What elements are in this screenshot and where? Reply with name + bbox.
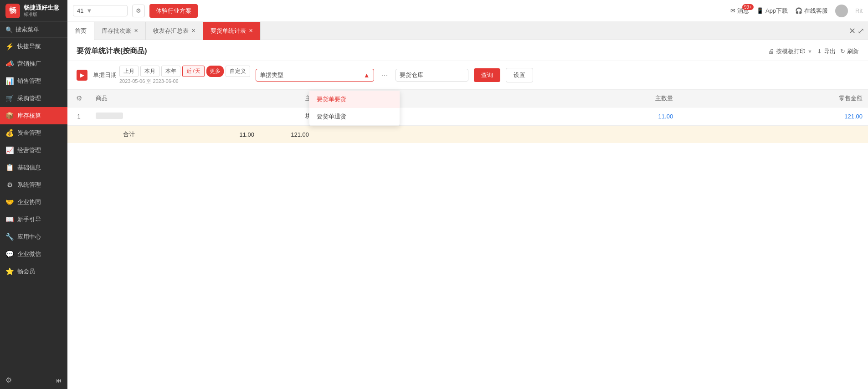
sidebar-item-operations[interactable]: 📈 经营管理 [0,142,67,159]
sidebar-item-label: 快捷导航 [17,42,41,51]
tab-inventory-batch[interactable]: 库存批次账 ✕ [94,22,146,40]
sidebar-item-label: 经营管理 [17,146,41,154]
sidebar-item-purchase[interactable]: 🛒 采购管理 [0,90,67,107]
search-icon: 🔍 [5,26,13,33]
sidebar-item-inventory[interactable]: 📦 库存核算 [0,107,67,124]
member-icon: ⭐ [5,267,14,276]
tab-order-stats[interactable]: 要货单统计表 ✕ [203,22,261,40]
sidebar-item-member[interactable]: ⭐ 畅会员 [0,263,67,280]
tab-label: 要货单统计表 [211,27,246,35]
sidebar-item-app-center[interactable]: 🔧 应用中心 [0,228,67,246]
type-dropdown-menu: 要货单要货 要货单退货 [309,90,400,126]
amount-value[interactable]: 121.00 [844,113,863,120]
tab-home[interactable]: 首页 [67,22,94,40]
row-amount: 121.00 [678,107,868,125]
online-service-icon: 🎧 [795,7,802,14]
company-selector[interactable]: 41 ▼ [73,5,128,16]
sidebar-item-wechat[interactable]: 💬 企业微信 [0,246,67,263]
sidebar-item-guide[interactable]: 📖 新手引导 [0,211,67,228]
sidebar-item-system[interactable]: ⚙ 系统管理 [0,176,67,194]
filter-bar: ▶ 单据日期 上月 本月 本年 近7天 更多 自定义 2023-05-06 至 … [67,61,868,90]
sidebar-nav: ⚡ 快捷导航 📣 营销推广 📊 销售管理 🛒 采购管理 📦 库存核算 💰 资金管… [0,38,67,371]
type-filter-input[interactable] [287,72,364,79]
warehouse-label: 要货仓库 [400,71,423,79]
wechat-icon: 💬 [5,250,14,258]
page-actions: 🖨 按模板打印 ▼ ⬇ 导出 ↻ 刷新 [768,47,859,56]
topbar: 41 ▼ ⚙ 体验行业方案 ✉ 消息 99+ 📱 App下载 🎧 在线客服 Ri… [67,0,868,22]
app-logo: 畅 [5,4,20,18]
page-title: 要货单统计表(按商品) [77,46,147,56]
type-filter-arrow-icon[interactable]: ▲ [364,72,370,79]
print-icon: 🖨 [768,48,774,55]
this-month-btn[interactable]: 本月 [140,66,159,77]
tabs-bar: 首页 库存批次账 ✕ 收发存汇总表 ✕ 要货单统计表 ✕ ✕ ⤢ [67,22,868,40]
quick-nav-icon: ⚡ [5,42,14,51]
settings-button[interactable]: ⚙ [132,5,145,17]
filter-expand-button[interactable]: ▶ [77,70,87,81]
more-btn[interactable]: 更多 [206,66,224,77]
sidebar-item-label: 销售管理 [17,77,41,85]
page-header: 要货单统计表(按商品) 🖨 按模板打印 ▼ ⬇ 导出 ↻ 刷新 [67,40,868,61]
export-button[interactable]: ⬇ 导出 [817,47,836,56]
tab-receipt-summary[interactable]: 收发存汇总表 ✕ [146,22,203,40]
sidebar-item-label: 新手引导 [17,215,41,224]
sidebar-item-label: 营销推广 [17,60,41,68]
tab-close-icon[interactable]: ✕ [191,28,195,34]
close-tab-icon[interactable]: ✕ [849,26,856,36]
sidebar-item-enterprise[interactable]: 🤝 企业协同 [0,194,67,211]
sidebar-item-label: 畅会员 [17,267,35,276]
column-settings-icon[interactable]: ⚙ [76,94,82,102]
filter-settings-button[interactable]: 设置 [506,68,533,82]
sales-icon: 📊 [5,77,14,85]
trial-button[interactable]: 体验行业方案 [149,4,198,18]
purchase-icon: 🛒 [5,94,14,102]
sidebar-item-basic-info[interactable]: 📋 基础信息 [0,159,67,176]
more-filters-icon[interactable]: ··· [381,71,388,80]
table-footer: 合计 11.00 121.00 [67,125,868,143]
dropdown-item-return[interactable]: 要货单退货 [309,108,400,125]
last-month-btn[interactable]: 上月 [119,66,139,77]
date-label: 单据日期 [93,71,117,79]
sidebar-item-label: 企业协同 [17,198,41,206]
messages-button[interactable]: ✉ 消息 99+ [730,7,749,15]
app-download-button[interactable]: 📱 App下载 [756,7,788,15]
sidebar-item-quick-nav[interactable]: ⚡ 快捷导航 [0,38,67,55]
print-label: 按模板打印 [776,47,806,56]
row-no: 1 [67,107,90,125]
sidebar-footer: ⚙ ⏮ [0,371,67,389]
table-header-row: ⚙ 商品 主计量单位 主数量 零售金额 [67,90,868,107]
tab-home-label: 首页 [75,27,87,35]
this-year-btn[interactable]: 本年 [161,66,180,77]
print-button[interactable]: 🖨 按模板打印 ▼ [768,47,812,56]
app-center-icon: 🔧 [5,233,14,241]
sidebar-item-marketing[interactable]: 📣 营销推广 [0,55,67,72]
total-label: 合计 [123,130,187,138]
last-7-days-btn[interactable]: 近7天 [182,66,205,77]
query-button[interactable]: 查询 [474,68,500,82]
finance-icon: 💰 [5,129,14,137]
page-content: 要货单统计表(按商品) 🖨 按模板打印 ▼ ⬇ 导出 ↻ 刷新 ▶ [67,40,868,389]
tab-close-icon[interactable]: ✕ [249,28,253,34]
sidebar-item-label: 采购管理 [17,94,41,102]
warehouse-filter: 要货仓库 [395,69,468,82]
expand-tab-icon[interactable]: ⤢ [858,26,864,36]
custom-btn[interactable]: 自定义 [226,66,250,77]
collapse-button[interactable]: ⏮ [56,377,62,384]
sidebar-item-finance[interactable]: 💰 资金管理 [0,124,67,142]
sidebar-item-label: 应用中心 [17,233,41,241]
type-filter-wrap: 单据类型 ▲ [256,69,374,82]
data-table: ⚙ 商品 主计量单位 主数量 零售金额 1 块 11.00 [67,90,868,125]
sidebar-item-sales[interactable]: 📊 销售管理 [0,72,67,90]
sidebar-search[interactable]: 🔍 搜索菜单 [0,22,67,38]
product-placeholder [96,113,123,119]
refresh-button[interactable]: ↻ 刷新 [840,47,859,56]
marketing-icon: 📣 [5,60,14,68]
settings-icon[interactable]: ⚙ [5,376,12,384]
online-service-button[interactable]: 🎧 在线客服 [795,7,828,15]
th-settings[interactable]: ⚙ [67,90,90,107]
dropdown-item-order[interactable]: 要货单要货 [309,91,400,108]
operations-icon: 📈 [5,146,14,154]
quantity-value[interactable]: 11.00 [658,113,673,120]
tab-close-icon[interactable]: ✕ [134,28,138,34]
user-avatar[interactable] [835,5,848,17]
